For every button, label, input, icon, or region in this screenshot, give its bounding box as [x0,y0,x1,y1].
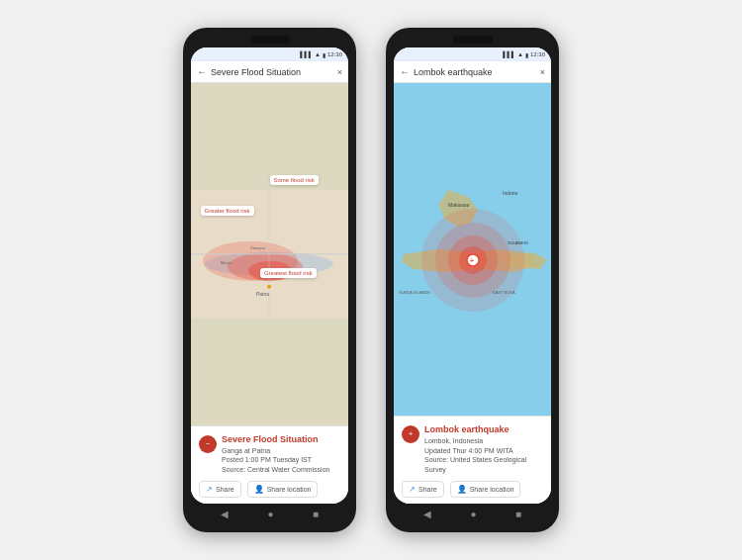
phone-screen-1: ▌▌▌ ▲ ▮ 12:30 ← Severe Flood Situation × [191,47,348,504]
flood-info-text: Severe Flood Situation Ganga at Patna Po… [222,434,329,475]
svg-text:Indone: Indone [503,190,518,196]
flood-info-header: ~ Severe Flood Situation Ganga at Patna … [199,434,340,475]
share-label-1: Share [216,486,234,493]
battery-icon-2: ▮ [525,51,528,58]
quake-info-panel: + Lombok earthquake Lombok, Indonesia Up… [394,416,551,504]
quake-event-icon: + [402,425,419,443]
svg-text:EAST NUSA: EAST NUSA [493,290,515,295]
flood-label-2: Some flood risk [270,175,319,185]
status-bar-2: ▌▌▌ ▲ ▮ 12:30 [394,47,551,61]
quake-map-area: + Indone Makassar SULAWESI SUNDA ISLANDS… [394,83,551,416]
search-title-1: Severe Flood Situation [211,67,333,77]
battery-icon-1: ▮ [323,51,325,58]
share-location-label-2: Share location [470,486,514,493]
quake-phone: ▌▌▌ ▲ ▮ 12:30 ← Lombok earthquake × [386,28,559,532]
share-location-label-1: Share location [267,486,312,493]
svg-text:SULAWESI: SULAWESI [508,240,528,245]
svg-text:Maner: Maner [221,260,232,265]
nav-square-2[interactable]: ■ [515,509,521,519]
svg-point-7 [267,285,271,289]
wifi-icon-1: ▲ [315,51,321,57]
phone-screen-2: ▌▌▌ ▲ ▮ 12:30 ← Lombok earthquake × [394,47,551,504]
phone-nav-2: ◀ ● ■ [394,504,551,524]
search-bar-2: ← Lombok earthquake × [394,61,551,83]
quake-share-button[interactable]: ↗ Share [402,481,444,498]
search-bar-1: ← Severe Flood Situation × [191,61,348,83]
flood-label-1: Greater flood risk [201,206,254,216]
flood-label-3: Greatest flood risk [260,268,317,278]
location-icon-1: 👤 [254,485,264,494]
flood-map-area: Patna Danapur Maner Greater flood risk S… [191,83,348,425]
quake-line-1: Lombok, Indonesia [424,436,543,446]
flood-title: Severe Flood Situation [222,434,329,444]
close-icon-2[interactable]: × [540,67,545,77]
share-icon-2: ↗ [409,485,416,494]
share-label-2: Share [418,486,437,493]
wifi-icon-2: ▲ [517,51,523,57]
share-icon-1: ↗ [206,485,213,494]
quake-info-text: Lombok earthquake Lombok, Indonesia Upda… [424,424,543,475]
flood-share-location-button[interactable]: 👤 Share location [247,481,319,498]
close-icon-1[interactable]: × [337,67,342,77]
quake-title: Lombok earthquake [424,424,543,434]
flood-line-2: Posted 1:00 PM Tuesday IST [222,455,329,465]
search-title-2: Lombok earthquake [414,67,536,77]
location-icon-2: 👤 [457,485,467,494]
flood-phone: ▌▌▌ ▲ ▮ 12:30 ← Severe Flood Situation × [183,28,356,532]
quake-map: + Indone Makassar SULAWESI SUNDA ISLANDS… [394,83,551,416]
svg-text:Makassar: Makassar [448,202,470,208]
flood-event-icon: ~ [199,435,217,453]
flood-line-1: Ganga at Patna [222,446,329,456]
quake-info-header: + Lombok earthquake Lombok, Indonesia Up… [402,424,543,475]
flood-info-panel: ~ Severe Flood Situation Ganga at Patna … [191,425,348,504]
time-2: 12:30 [530,51,545,57]
nav-home-1[interactable]: ● [267,509,273,519]
nav-home-2[interactable]: ● [470,509,476,519]
quake-action-buttons: ↗ Share 👤 Share location [402,481,543,498]
back-arrow-1[interactable]: ← [197,66,207,77]
flood-line-3: Source: Central Water Commission [222,465,329,475]
status-icons-1: ▌▌▌ ▲ ▮ 12:30 [300,51,342,58]
flood-map-svg: Patna Danapur Maner [191,83,348,425]
back-arrow-2[interactable]: ← [400,66,410,77]
nav-back-2[interactable]: ◀ [423,509,431,519]
quake-share-location-button[interactable]: 👤 Share location [450,481,521,498]
signal-icon-2: ▌▌▌ [503,51,515,57]
svg-text:+: + [470,257,474,264]
nav-square-1[interactable]: ■ [313,509,319,519]
svg-text:Patna: Patna [256,291,269,297]
quake-map-svg: + Indone Makassar SULAWESI SUNDA ISLANDS… [394,83,551,416]
svg-text:SUNDA ISLANDS: SUNDA ISLANDS [399,290,430,295]
flood-action-buttons: ↗ Share 👤 Share location [199,481,340,498]
phone-notch-2 [453,36,493,44]
quake-line-2: Updated Thur 4:00 PM WITA [424,446,543,456]
quake-line-3: Source: United States Geological Survey [424,455,543,475]
status-icons-2: ▌▌▌ ▲ ▮ 12:30 [503,51,545,58]
signal-icon-1: ▌▌▌ [300,51,313,57]
flood-share-button[interactable]: ↗ Share [199,481,241,498]
svg-text:Danapur: Danapur [250,245,266,250]
phone-notch-1 [250,36,290,44]
status-bar-1: ▌▌▌ ▲ ▮ 12:30 [191,47,348,61]
nav-back-1[interactable]: ◀ [221,509,229,519]
phone-nav-1: ◀ ● ■ [191,504,348,524]
flood-map: Patna Danapur Maner Greater flood risk S… [191,83,348,425]
time-1: 12:30 [327,51,342,57]
